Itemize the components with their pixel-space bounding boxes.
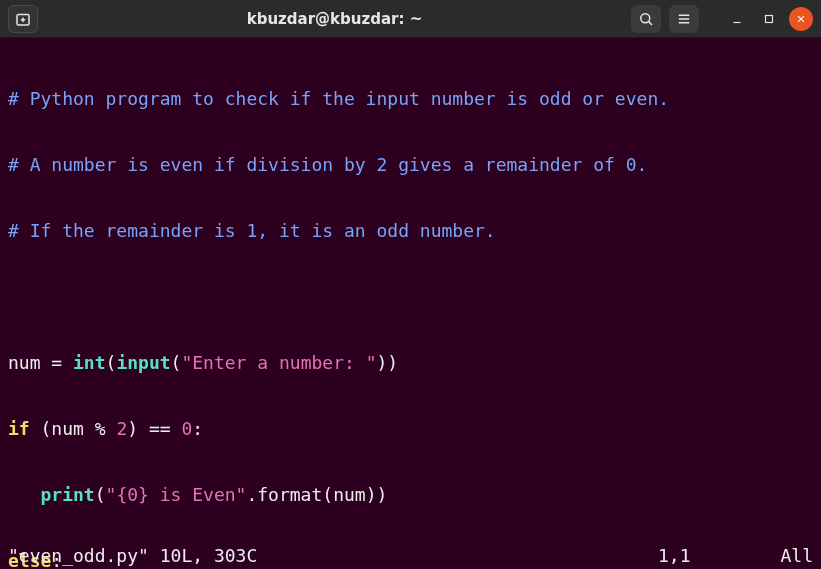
status-scroll-percent: All [780,545,813,567]
string-literal: "{0} is Even" [106,484,247,505]
code-blank-line [8,286,813,308]
code-comment: # Python program to check if the input n… [8,88,669,109]
code-line: num = int(input("Enter a number: ")) [8,352,813,374]
code-line: print("{0} is Even".format(num)) [8,484,813,506]
maximize-button[interactable] [757,7,781,31]
builtin-int: int [73,352,106,373]
builtin-print: print [41,484,95,505]
hamburger-menu-button[interactable] [669,5,699,33]
code-line: # If the remainder is 1, it is an odd nu… [8,220,813,242]
svg-line-4 [649,21,652,24]
svg-rect-9 [766,15,773,22]
builtin-input: input [116,352,170,373]
terminal-editor[interactable]: # Python program to check if the input n… [0,38,821,569]
svg-point-3 [641,13,650,22]
code-line: # A number is even if division by 2 give… [8,154,813,176]
new-tab-button[interactable] [8,5,38,33]
code-line: if (num % 2) == 0: [8,418,813,440]
status-file-info: "even_odd.py" 10L, 303C [8,545,257,567]
code-line: # Python program to check if the input n… [8,88,813,110]
search-button[interactable] [631,5,661,33]
vim-status-line: "even_odd.py" 10L, 303C 1,1 All [8,545,813,567]
string-literal: "Enter a number: " [181,352,376,373]
window-title: kbuzdar@kbuzdar: ~ [38,8,631,30]
close-button[interactable] [789,7,813,31]
status-cursor-pos: 1,1 [257,545,780,567]
minimize-button[interactable] [725,7,749,31]
code-comment: # If the remainder is 1, it is an odd nu… [8,220,496,241]
code-comment: # A number is even if division by 2 give… [8,154,647,175]
keyword-if: if [8,418,30,439]
window-titlebar: kbuzdar@kbuzdar: ~ [0,0,821,38]
